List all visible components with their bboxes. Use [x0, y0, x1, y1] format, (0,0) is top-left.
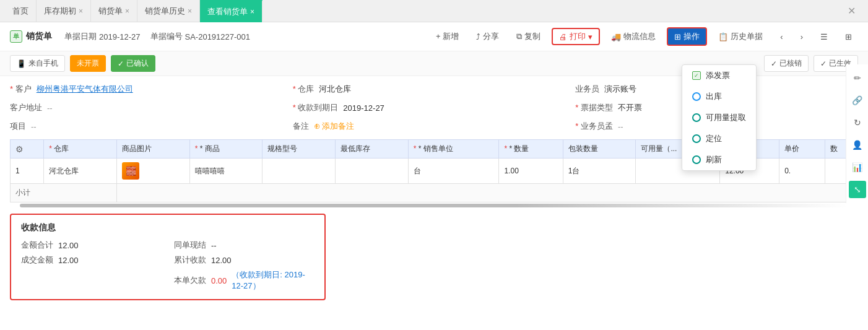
field-warehouse: 仓库 河北仓库	[293, 84, 576, 95]
share-button-label: 分享	[483, 31, 499, 42]
ops-button[interactable]: ⊞ 操作	[667, 27, 707, 46]
new-button[interactable]: + 新增	[430, 28, 465, 45]
tab-view-sales-close[interactable]: ×	[250, 7, 254, 16]
dropdown-warehouse-out[interactable]: 出库	[682, 86, 756, 107]
confirm-button-label: 已确认	[126, 58, 149, 69]
main-area: 单 销货单 单据日期 2019-12-27 单据编号 SA-20191227-0…	[0, 22, 868, 330]
nav-prev-button[interactable]: ‹	[774, 30, 789, 44]
row-price: 0.	[779, 158, 825, 184]
window-close-button[interactable]: ✕	[840, 5, 863, 17]
add-invoice-icon: ✓	[692, 71, 701, 80]
cumulative-value: 12.00	[211, 256, 232, 265]
col-product: * 商品	[189, 140, 263, 158]
tab-sales[interactable]: 销货单 ×	[91, 0, 137, 22]
history-button[interactable]: 📋 历史单据	[712, 28, 769, 45]
sidebar-edit-icon[interactable]: ✏	[849, 69, 866, 87]
subtotal-label: 小计	[11, 184, 117, 202]
field-customer: 客户 柳州粤港平安气体有限公司	[10, 84, 293, 95]
right-sidebar: ✏ 🔗 ↻ 👤 📊 ⤡	[846, 64, 868, 203]
payment-info-box: 收款信息 金额合计 12.00 同单现结 -- 成交金额 12.00 累计收款 …	[10, 214, 326, 300]
history-icon: 📋	[718, 32, 728, 41]
transaction-value: 12.00	[58, 256, 79, 265]
add-note-button[interactable]: ⊕ 添加备注	[314, 121, 355, 132]
row-image: 🧱	[117, 158, 190, 184]
sidebar-data-icon[interactable]: 📊	[849, 158, 866, 176]
logistics-icon: 🚚	[611, 32, 621, 41]
dropdown-add-invoice[interactable]: ✓ 添发票	[682, 65, 756, 86]
tab-view-sales[interactable]: 查看销货单 ×	[200, 0, 263, 22]
phone-button[interactable]: 📱 来自手机	[10, 55, 65, 72]
dropdown-quantity-fetch[interactable]: 可用量提取	[682, 107, 756, 128]
share-button[interactable]: ⤴ 分享	[470, 28, 505, 45]
effect-icon: ✓	[820, 59, 827, 68]
invoice-status-label: 未开票	[77, 58, 99, 69]
customer-label: 客户	[10, 84, 32, 95]
history-button-label: 历史单据	[731, 31, 763, 42]
tab-inventory-label: 库存期初	[44, 6, 76, 17]
sales-staff-value: --	[618, 122, 623, 131]
product-thumbnail: 🧱	[122, 162, 139, 180]
dropdown-refresh[interactable]: 刷新	[682, 149, 756, 170]
tab-inventory[interactable]: 库存期初 ×	[37, 0, 91, 22]
col-warehouse: 仓库	[44, 140, 117, 158]
ticket-label: 票据类型	[575, 102, 613, 113]
payment-date-value: 2019-12-27	[343, 103, 384, 113]
field-note: 备注 ⊕ 添加备注	[293, 121, 576, 132]
due-label: 本单欠款	[174, 275, 206, 286]
ticket-value: 不开票	[618, 102, 642, 113]
tab-sales-history[interactable]: 销货单历史 ×	[137, 0, 200, 22]
doc-header: 单 销货单 单据日期 2019-12-27 单据编号 SA-20191227-0…	[0, 22, 868, 51]
sidebar-refresh-icon[interactable]: ↻	[849, 114, 866, 131]
row-index: 1	[11, 158, 44, 184]
view-list-button[interactable]: ☰	[814, 30, 834, 44]
tab-inventory-close[interactable]: ×	[79, 7, 83, 15]
row-warehouse: 河北仓库	[44, 158, 117, 184]
settings-icon[interactable]: ⚙	[15, 144, 24, 154]
print-button[interactable]: 🖨 打印 ▾	[552, 28, 600, 45]
view-grid-button[interactable]: ⊞	[839, 30, 858, 44]
refresh-label: 刷新	[706, 154, 722, 165]
tab-sales-history-close[interactable]: ×	[188, 7, 192, 15]
phone-button-label: 来自手机	[28, 58, 58, 69]
col-qty: * 数量	[499, 140, 563, 158]
locate-icon	[692, 134, 701, 143]
doc-meta: 单据日期 2019-12-27 单据编号 SA-20191227-001	[64, 31, 250, 42]
add-icon: ⊕	[314, 121, 323, 131]
sidebar-link-icon[interactable]: 🔗	[849, 92, 866, 109]
doc-type-label: 销货单	[26, 31, 52, 42]
col-settings[interactable]: ⚙	[11, 140, 44, 158]
customer-value[interactable]: 柳州粤港平安气体有限公司	[37, 84, 133, 95]
col-unit: * 销售单位	[408, 140, 499, 158]
quantity-fetch-icon	[692, 113, 701, 122]
col-spec: 规格型号	[263, 140, 336, 158]
add-invoice-label: 添发票	[706, 70, 730, 81]
field-address: 客户地址 --	[10, 102, 293, 113]
tab-view-sales-label: 查看销货单	[207, 6, 248, 17]
nav-next-button[interactable]: ›	[794, 30, 809, 44]
dropdown-locate[interactable]: 定位	[682, 128, 756, 149]
invoice-status-button[interactable]: 未开票	[70, 55, 106, 72]
row-spec	[263, 158, 336, 184]
note-label: 备注	[293, 121, 309, 132]
sidebar-expand-icon[interactable]: ⤡	[849, 181, 866, 198]
settle-value: --	[211, 241, 217, 250]
sold-button[interactable]: ✓ 已核销	[764, 55, 809, 72]
field-payment-date: 收款到期日 2019-12-27	[293, 102, 576, 113]
project-label: 项目	[10, 121, 26, 132]
amount-value: 12.00	[58, 241, 79, 250]
tab-sales-close[interactable]: ×	[125, 7, 129, 15]
print-button-label: 打印	[570, 31, 586, 42]
refresh-icon	[692, 155, 701, 164]
due-note: （收款到期日: 2019-12-27）	[232, 269, 315, 292]
new-button-label: + 新增	[436, 31, 459, 42]
logistics-button[interactable]: 🚚 物流信息	[605, 28, 662, 45]
confirm-button[interactable]: ✓ 已确认	[111, 55, 155, 72]
copy-button-label: 复制	[524, 31, 540, 42]
quantity-fetch-label: 可用量提取	[706, 112, 746, 123]
scroll-hint	[20, 204, 848, 207]
project-value: --	[31, 122, 37, 131]
sales-staff-label: 业务员孟	[575, 121, 613, 132]
copy-button[interactable]: ⧉ 复制	[510, 28, 547, 45]
tab-home[interactable]: 首页	[5, 0, 37, 22]
sidebar-user-icon[interactable]: 👤	[849, 136, 866, 154]
